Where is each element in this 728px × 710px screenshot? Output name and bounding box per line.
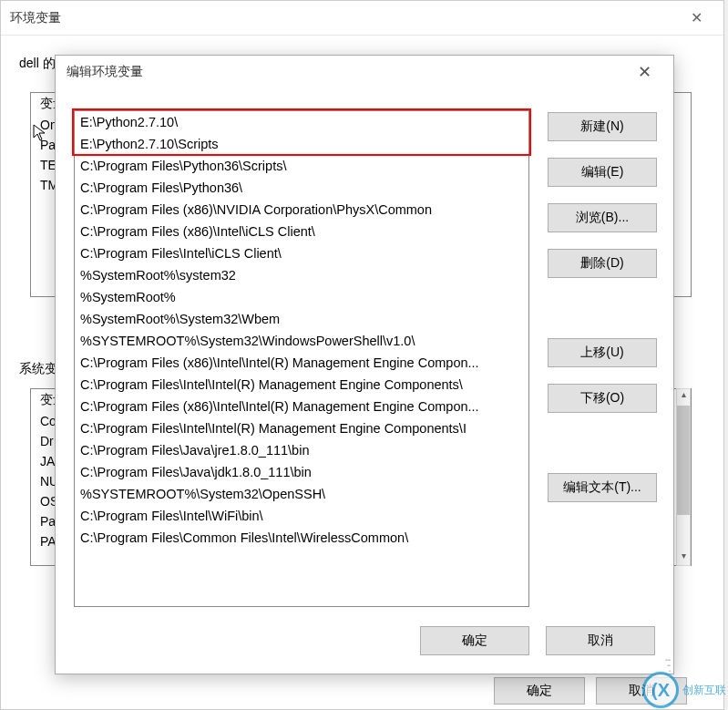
edit-side-buttons: 新建(N) 编辑(E) 浏览(B)... 删除(D) 上移(U) 下移(O) 编…: [548, 112, 657, 502]
edit-env-variable-window: 编辑环境变量 ✕ E:\Python2.7.10\ E:\Python2.7.1…: [55, 55, 674, 674]
path-item[interactable]: C:\Program Files (x86)\Intel\Intel(R) Ma…: [75, 396, 528, 417]
resize-grip-icon[interactable]: ... .. .: [664, 653, 670, 670]
move-up-button[interactable]: 上移(U): [548, 338, 657, 367]
path-item[interactable]: C:\Program Files\Intel\iCLS Client\: [75, 242, 528, 264]
path-item[interactable]: C:\Program Files\Python36\: [75, 177, 528, 199]
watermark-logo: (X 创新互联: [642, 672, 726, 708]
path-item[interactable]: C:\Program Files (x86)\Intel\Intel(R) Ma…: [75, 352, 528, 374]
path-item[interactable]: C:\Program Files\Intel\Intel(R) Manageme…: [75, 417, 528, 439]
path-item[interactable]: %SYSTEMROOT%\System32\OpenSSH\: [75, 483, 528, 505]
path-item[interactable]: E:\Python2.7.10\Scripts: [75, 133, 528, 155]
watermark-text: 创新互联: [682, 684, 726, 696]
path-item[interactable]: %SystemRoot%\System32\Wbem: [75, 308, 528, 330]
path-item[interactable]: C:\Program Files\Java\jre1.8.0_111\bin: [75, 439, 528, 461]
system-vars-scrollbar[interactable]: ▴ ▾: [676, 388, 691, 566]
button-spacer: [548, 429, 657, 457]
close-icon[interactable]: ✕: [626, 62, 662, 82]
button-spacer: [548, 294, 657, 322]
edit-text-button[interactable]: 编辑文本(T)...: [548, 473, 657, 502]
path-item[interactable]: C:\Program Files (x86)\NVIDIA Corporatio…: [75, 199, 528, 221]
scroll-thumb[interactable]: [677, 406, 690, 515]
edit-window-footer-buttons: 确定 取消: [56, 626, 655, 655]
path-item[interactable]: %SystemRoot%: [75, 286, 528, 308]
watermark-line1: 创新互联: [682, 684, 726, 696]
path-listbox[interactable]: E:\Python2.7.10\ E:\Python2.7.10\Scripts…: [74, 110, 529, 607]
edit-button[interactable]: 编辑(E): [548, 158, 657, 187]
path-item[interactable]: C:\Program Files\Python36\Scripts\: [75, 155, 528, 177]
scroll-down-icon[interactable]: ▾: [677, 551, 690, 565]
close-icon[interactable]: ✕: [678, 9, 714, 26]
move-down-button[interactable]: 下移(O): [548, 384, 657, 413]
path-item[interactable]: C:\Program Files (x86)\Intel\iCLS Client…: [75, 221, 528, 242]
ok-button[interactable]: 确定: [420, 626, 529, 655]
edit-window-title: 编辑环境变量: [67, 64, 626, 80]
env-window-titlebar: 环境变量 ✕: [1, 1, 723, 36]
path-item[interactable]: C:\Program Files\Java\jdk1.8.0_111\bin: [75, 461, 528, 483]
path-item[interactable]: %SYSTEMROOT%\System32\WindowsPowerShell\…: [75, 330, 528, 352]
path-item[interactable]: %SystemRoot%\system32: [75, 264, 528, 286]
delete-button[interactable]: 删除(D): [548, 249, 657, 278]
cancel-button[interactable]: 取消: [546, 626, 655, 655]
new-button[interactable]: 新建(N): [548, 112, 657, 141]
path-item[interactable]: C:\Program Files\Intel\WiFi\bin\: [75, 505, 528, 527]
path-item[interactable]: C:\Program Files\Intel\Intel(R) Manageme…: [75, 374, 528, 396]
env-window-title: 环境变量: [10, 10, 678, 26]
path-item[interactable]: C:\Program Files\Common Files\Intel\Wire…: [75, 527, 528, 549]
edit-window-titlebar: 编辑环境变量 ✕: [56, 56, 673, 88]
path-item[interactable]: E:\Python2.7.10\: [75, 111, 528, 133]
browse-button[interactable]: 浏览(B)...: [548, 203, 657, 232]
ok-button[interactable]: 确定: [494, 677, 585, 705]
mouse-cursor-icon: [33, 124, 46, 142]
watermark-glyph-icon: (X: [642, 672, 679, 708]
scroll-up-icon[interactable]: ▴: [677, 389, 690, 404]
